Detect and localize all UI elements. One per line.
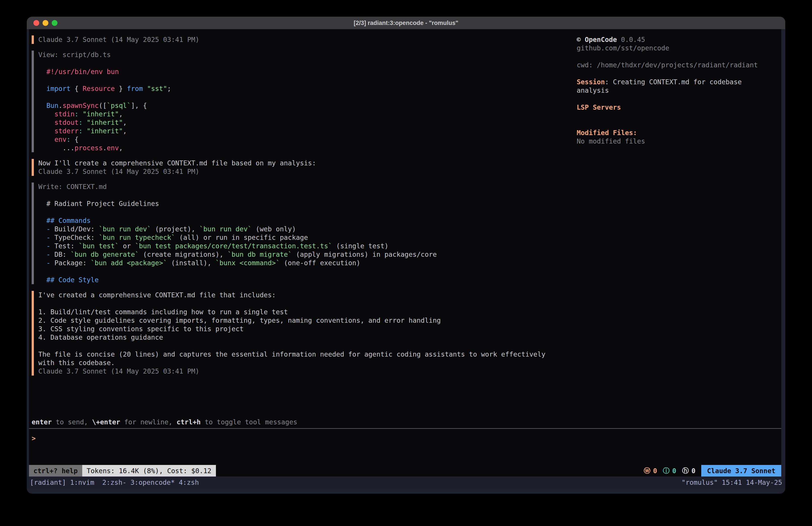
message-block: Claude 3.7 Sonnet (14 May 2025 03:41 PM) [32,35,551,44]
chat-messages[interactable]: Claude 3.7 Sonnet (14 May 2025 03:41 PM)… [29,29,577,418]
prompt-spacer [29,443,781,465]
session-sidebar: © OpenCode 0.0.45github.com/sst/opencode… [577,29,781,418]
tmux-status-bar: [radiant] 1:nvim 2:zsh- 3:opencode* 4:zs… [27,477,785,488]
window-titlebar[interactable]: [2/3] radiant:3:opencode - "romulus" [27,17,785,29]
prompt-caret: > [32,435,36,442]
help-line: enter to send, \+enter for newline, ctrl… [29,418,781,426]
diagnostics-group: ⓦ0 ⓘ0 ⓗ0 Claude 3.7 Sonnet [644,465,781,477]
tool-block: View: script/db.ts #!/usr/bin/env bun im… [32,51,551,152]
info-count-icon: ⓘ0 [663,465,676,477]
help-shortcut-chip: ctrl+? help [29,465,82,477]
window-title: [2/3] radiant:3:opencode - "romulus" [354,19,458,27]
zoom-button[interactable] [52,20,58,26]
close-button[interactable] [33,20,39,26]
tmux-session-clock: "romulus" 15:41 14-May-25 [681,479,782,486]
window-bottom-edge [27,488,785,494]
terminal-window: [2/3] radiant:3:opencode - "romulus" Cla… [27,17,785,494]
message-block: Now I'll create a comprehensive CONTEXT.… [32,159,551,176]
message-block: I've created a comprehensive CONTEXT.md … [32,291,551,375]
sidebar-lines: © OpenCode 0.0.45github.com/sst/opencode… [577,35,768,145]
hint-count-icon: ⓗ0 [682,465,695,477]
tool-block: Write: CONTEXT.md # Radiant Project Guid… [32,183,551,284]
traffic-lights [33,20,58,26]
prompt-input[interactable]: > [29,434,781,443]
opencode-app: Claude 3.7 Sonnet (14 May 2025 03:41 PM)… [29,29,781,477]
tmux-windows[interactable]: [radiant] 1:nvim 2:zsh- 3:opencode* 4:zs… [30,479,199,486]
tokens-cost-chip: Tokens: 16.4K (8%), Cost: $0.12 [82,465,216,477]
editor-divider [29,428,781,429]
minimize-button[interactable] [43,20,48,26]
status-bar: ctrl+? help Tokens: 16.4K (8%), Cost: $0… [29,465,781,477]
warning-count-icon: ⓦ0 [644,465,657,477]
model-badge[interactable]: Claude 3.7 Sonnet [701,465,781,477]
